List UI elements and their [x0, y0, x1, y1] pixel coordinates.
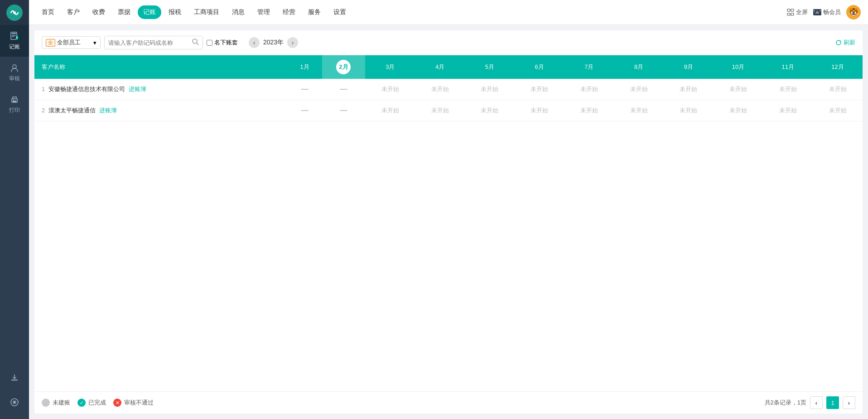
nav-home[interactable]: 首页	[36, 5, 60, 19]
sidebar-item-print[interactable]: 打印	[0, 88, 29, 120]
sidebar-item-audit[interactable]: 审核	[0, 57, 29, 88]
sidebar-download[interactable]	[0, 366, 29, 389]
enter-ledger-link[interactable]: 进账簿	[129, 86, 146, 92]
month-cell-1: —	[288, 79, 322, 100]
month-cell-2: —	[322, 79, 366, 100]
nav-tax[interactable]: 报税	[163, 5, 187, 19]
search-wrap	[104, 36, 203, 49]
month-cell-3: 未开始	[365, 100, 415, 121]
row-name-cell: 2漠澳太平畅捷通信进账簿	[34, 100, 288, 121]
nav-ledger[interactable]: 记账	[138, 5, 161, 19]
audit-icon	[10, 63, 19, 73]
legend-red-dot: ✕	[113, 399, 121, 407]
topnav: 首页 客户 收费 票据 记账 报税 工商项目 消息 管理 经营 服务 设置 全屏	[29, 0, 868, 25]
employee-select[interactable]: 全 全部员工 ▾	[42, 36, 101, 49]
not-started-text: 未开始	[580, 107, 598, 114]
sidebar-bottom	[0, 366, 29, 419]
not-started-text: 未开始	[630, 86, 648, 92]
not-started-text: 未开始	[431, 86, 449, 92]
svg-point-8	[13, 65, 16, 68]
ledger-icon: ¥	[10, 31, 19, 41]
month-cell-6: 未开始	[515, 100, 564, 121]
vip-button[interactable]: 畅会员	[813, 8, 841, 16]
col-aug: 8月	[614, 55, 664, 79]
page-1-button[interactable]: 1	[826, 396, 839, 409]
svg-rect-10	[13, 101, 16, 102]
not-started-text: 未开始	[779, 86, 797, 92]
svg-rect-5	[12, 36, 14, 37]
month-cell-12: 未开始	[813, 100, 863, 121]
month-cell-11: 未开始	[763, 100, 813, 121]
dash-status: —	[300, 106, 310, 116]
nav-business[interactable]: 工商项目	[188, 5, 225, 19]
sidebar-help[interactable]	[0, 391, 29, 414]
not-started-text: 未开始	[481, 107, 498, 114]
col-nov: 11月	[763, 55, 813, 79]
company-name: 安徽畅捷通信息技术有限公司	[48, 86, 125, 92]
nav-message[interactable]: 消息	[227, 5, 250, 19]
month-cell-4: 未开始	[415, 79, 465, 100]
sidebar-item-print-label: 打印	[9, 106, 20, 114]
nav-customer[interactable]: 客户	[62, 5, 85, 19]
not-started-text: 未开始	[431, 107, 449, 114]
nav-invoice[interactable]: 票据	[112, 5, 136, 19]
nav-operation[interactable]: 经营	[277, 5, 301, 19]
next-year-button[interactable]: ›	[287, 37, 298, 48]
svg-rect-16	[787, 9, 790, 11]
nav-fee[interactable]: 收费	[87, 5, 111, 19]
table-row: 1安徽畅捷通信息技术有限公司进账簿——未开始未开始未开始未开始未开始未开始未开始…	[34, 79, 863, 100]
row-name-cell: 1安徽畅捷通信息技术有限公司进账簿	[34, 79, 288, 100]
year-display: 2023年	[263, 39, 284, 47]
table-wrap[interactable]: 客户名称 1月 2月 3月 4月 5月 6月 7月 8月 9月	[34, 55, 863, 391]
legend-failed-label: 审核不通过	[124, 399, 154, 407]
not-started-text: 未开始	[729, 107, 747, 114]
not-started-text: 未开始	[580, 86, 598, 92]
nav-service[interactable]: 服务	[303, 5, 326, 19]
x-icon: ✕	[116, 400, 120, 406]
col-name: 客户名称	[34, 55, 288, 79]
table-row: 2漠澳太平畅捷通信进账簿——未开始未开始未开始未开始未开始未开始未开始未开始未开…	[34, 100, 863, 121]
pagination: 共2条记录，1页 ‹ 1 ›	[765, 396, 855, 409]
not-started-text: 未开始	[381, 86, 399, 92]
year-nav: ‹ 2023年 ›	[249, 37, 298, 48]
search-input[interactable]	[108, 39, 190, 46]
my-accounts-checkbox-wrap[interactable]: 名下账套	[207, 39, 238, 47]
col-dec: 12月	[813, 55, 863, 79]
legend-teal-dot: ✓	[77, 399, 86, 407]
user-avatar[interactable]: 🐯	[846, 5, 861, 19]
sidebar-item-ledger[interactable]: ¥ 记账	[0, 25, 29, 57]
month-cell-4: 未开始	[415, 100, 465, 121]
sidebar-item-audit-label: 审核	[9, 75, 20, 82]
col-jul: 7月	[564, 55, 614, 79]
main-card: 全 全部员工 ▾ 名下账套	[34, 30, 863, 414]
month-cell-8: 未开始	[614, 100, 664, 121]
not-started-text: 未开始	[481, 86, 498, 92]
sidebar-item-ledger-label: 记账	[9, 43, 20, 51]
nav-manage[interactable]: 管理	[252, 5, 275, 19]
prev-page-button[interactable]: ‹	[810, 396, 823, 409]
nav-settings[interactable]: 设置	[328, 5, 352, 19]
col-jan: 1月	[288, 55, 322, 79]
enter-ledger-link[interactable]: 进账簿	[99, 107, 117, 114]
prev-year-button[interactable]: ‹	[249, 37, 260, 48]
my-accounts-checkbox[interactable]	[207, 40, 212, 46]
month-cell-5: 未开始	[465, 79, 515, 100]
chevron-down-icon: ▾	[93, 39, 96, 46]
month-cell-11: 未开始	[763, 79, 813, 100]
legend-not-started: 未建账	[42, 399, 70, 407]
toolbar: 全 全部员工 ▾ 名下账套	[34, 30, 863, 55]
fullscreen-button[interactable]: 全屏	[787, 8, 808, 16]
month-cell-1: —	[288, 100, 322, 121]
next-page-button[interactable]: ›	[843, 396, 855, 409]
refresh-button[interactable]: 刷新	[835, 39, 855, 47]
not-started-text: 未开始	[630, 107, 648, 114]
row-num: 2	[42, 107, 45, 114]
month-cell-3: 未开始	[365, 79, 415, 100]
search-button[interactable]	[192, 38, 199, 47]
my-accounts-label: 名下账套	[214, 39, 238, 47]
dash-status: —	[338, 84, 348, 94]
active-month-cell: 2月	[336, 60, 351, 74]
not-started-text: 未开始	[530, 107, 548, 114]
month-cell-8: 未开始	[614, 79, 664, 100]
dash-status: —	[338, 106, 348, 116]
